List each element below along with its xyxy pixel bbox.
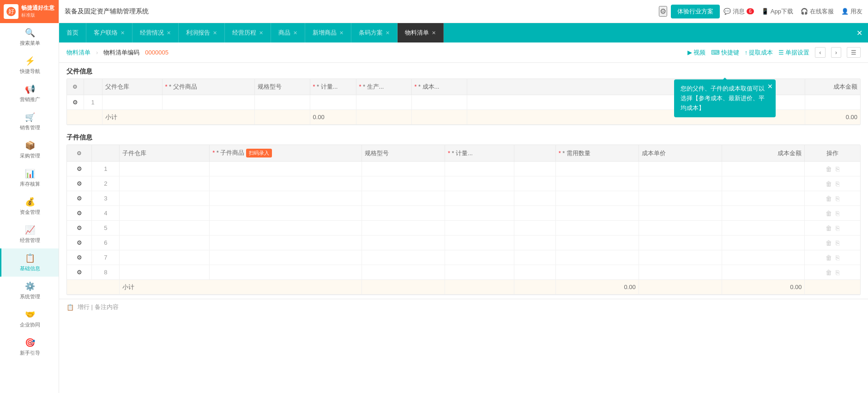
- delete-icon-6[interactable]: 🗑: [826, 239, 832, 247]
- tab-bom-close[interactable]: ✕: [432, 30, 436, 36]
- child-row-qty-4[interactable]: [555, 206, 639, 221]
- child-row-unit-5[interactable]: [445, 221, 514, 236]
- tab-bom[interactable]: 物料清单 ✕: [398, 23, 444, 42]
- tab-operations[interactable]: 经营情况 ✕: [133, 23, 179, 42]
- copy-icon-7[interactable]: ⎘: [836, 254, 839, 261]
- sidebar-item-purchase[interactable]: 📦 采购管理: [0, 136, 59, 164]
- copy-icon-5[interactable]: ⎘: [836, 224, 839, 232]
- child-row-unitcost-4[interactable]: [639, 206, 722, 221]
- child-row-warehouse-3[interactable]: [120, 191, 210, 206]
- sidebar-item-guide[interactable]: 🎯 新手引导: [0, 333, 59, 361]
- child-row-unit-7[interactable]: [445, 250, 514, 265]
- sidebar-item-sales[interactable]: 🛒 销售管理: [0, 108, 59, 136]
- experience-plan-button[interactable]: 体验行业方案: [671, 5, 720, 18]
- page-next-button[interactable]: ›: [831, 47, 841, 58]
- single-settings-button[interactable]: ☰ 单据设置: [778, 48, 809, 57]
- tab-goods[interactable]: 商品 ✕: [271, 23, 305, 42]
- parent-row-spec[interactable]: [254, 95, 310, 110]
- settings-gear-button[interactable]: ⚙: [659, 6, 667, 17]
- parent-row-unit[interactable]: [310, 95, 356, 110]
- child-row-settings-1[interactable]: ⚙: [67, 162, 92, 176]
- child-row-qty-5[interactable]: [555, 221, 639, 236]
- child-row-unitcost-5[interactable]: [639, 221, 722, 236]
- child-row-spec-8[interactable]: [362, 265, 445, 280]
- copy-icon-6[interactable]: ⎘: [836, 239, 839, 247]
- child-row-unitcost-3[interactable]: [639, 191, 722, 206]
- child-row-qty-7[interactable]: [555, 250, 639, 265]
- child-row-product-1[interactable]: [210, 162, 362, 176]
- child-row-qty-6[interactable]: [555, 236, 639, 250]
- tab-operations-close[interactable]: ✕: [167, 30, 171, 36]
- child-row-qty-2[interactable]: [555, 176, 639, 191]
- tooltip-close-button[interactable]: ✕: [767, 81, 773, 91]
- child-row-warehouse-1[interactable]: [120, 162, 210, 176]
- sidebar-item-search[interactable]: 🔍 搜索菜单: [0, 23, 59, 51]
- online-service-button[interactable]: 🎧 在线客服: [801, 7, 834, 16]
- child-row-product-8[interactable]: [210, 265, 362, 280]
- parent-row-produce[interactable]: [356, 95, 411, 110]
- child-row-product-6[interactable]: [210, 236, 362, 250]
- child-row-settings-8[interactable]: ⚙: [67, 265, 92, 280]
- view-video-button[interactable]: ▶ 视频: [687, 48, 705, 57]
- sidebar-item-system[interactable]: ⚙️ 系统管理: [0, 277, 59, 305]
- tab-history[interactable]: 经营历程 ✕: [225, 23, 271, 42]
- parent-row-cost[interactable]: [411, 95, 467, 110]
- extract-cost-button[interactable]: ↑ 提取成本: [745, 48, 773, 57]
- child-row-qty-8[interactable]: [555, 265, 639, 280]
- child-row-qty-3[interactable]: [555, 191, 639, 206]
- child-row-spec-1[interactable]: [362, 162, 445, 176]
- child-row-unitcost-1[interactable]: [639, 162, 722, 176]
- sidebar-item-operations[interactable]: 📈 经营管理: [0, 220, 59, 248]
- child-row-spec-3[interactable]: [362, 191, 445, 206]
- child-row-settings-2[interactable]: ⚙: [67, 176, 92, 191]
- sidebar-item-basic-info[interactable]: 📋 基础信息: [0, 248, 59, 277]
- delete-icon-1[interactable]: 🗑: [826, 165, 832, 173]
- copy-icon-2[interactable]: ⎘: [836, 180, 839, 187]
- child-row-unit-2[interactable]: [445, 176, 514, 191]
- nav-close-all-button[interactable]: ✕: [851, 29, 868, 37]
- tab-customer[interactable]: 客户联络 ✕: [86, 23, 133, 42]
- user-menu[interactable]: 👤 用友: [841, 7, 862, 16]
- copy-icon-4[interactable]: ⎘: [836, 210, 839, 217]
- delete-icon-4[interactable]: 🗑: [826, 210, 832, 217]
- child-row-warehouse-7[interactable]: [120, 250, 210, 265]
- child-row-settings-5[interactable]: ⚙: [67, 221, 92, 236]
- message-button[interactable]: 💬 消息 6: [723, 7, 754, 16]
- child-row-warehouse-2[interactable]: [120, 176, 210, 191]
- child-row-settings-3[interactable]: ⚙: [67, 191, 92, 206]
- tab-new-goods-close[interactable]: ✕: [339, 30, 344, 36]
- child-row-warehouse-4[interactable]: [120, 206, 210, 221]
- child-row-warehouse-6[interactable]: [120, 236, 210, 250]
- tab-profit-close[interactable]: ✕: [213, 30, 217, 36]
- child-row-spec-7[interactable]: [362, 250, 445, 265]
- child-row-product-3[interactable]: [210, 191, 362, 206]
- child-row-spec-6[interactable]: [362, 236, 445, 250]
- child-row-spec-2[interactable]: [362, 176, 445, 191]
- child-row-unit-3[interactable]: [445, 191, 514, 206]
- child-row-unitcost-8[interactable]: [639, 265, 722, 280]
- sidebar-item-enterprise[interactable]: 🤝 企业协同: [0, 305, 59, 333]
- tab-barcode[interactable]: 条码方案 ✕: [351, 23, 398, 42]
- delete-icon-8[interactable]: 🗑: [826, 269, 832, 276]
- page-prev-button[interactable]: ‹: [815, 47, 825, 58]
- scan-button[interactable]: 扫码录入: [246, 149, 272, 157]
- child-row-product-7[interactable]: [210, 250, 362, 265]
- child-row-product-2[interactable]: [210, 176, 362, 191]
- parent-row-settings[interactable]: ⚙: [67, 95, 84, 110]
- delete-icon-7[interactable]: 🗑: [826, 254, 832, 261]
- tab-profit[interactable]: 利润报告 ✕: [179, 23, 225, 42]
- copy-icon-1[interactable]: ⎘: [836, 165, 839, 173]
- delete-icon-3[interactable]: 🗑: [826, 195, 832, 202]
- tab-new-goods[interactable]: 新增商品 ✕: [305, 23, 351, 42]
- parent-row-warehouse[interactable]: [102, 95, 162, 110]
- view-toggle-button[interactable]: ☰: [847, 47, 861, 58]
- child-row-unitcost-6[interactable]: [639, 236, 722, 250]
- parent-row-product[interactable]: [162, 95, 254, 110]
- sidebar-item-inventory[interactable]: 📊 库存核算: [0, 164, 59, 192]
- shortcut-button[interactable]: ⌨ 快捷键: [711, 48, 739, 57]
- child-row-product-5[interactable]: [210, 221, 362, 236]
- child-row-unitcost-7[interactable]: [639, 250, 722, 265]
- child-row-settings-4[interactable]: ⚙: [67, 206, 92, 221]
- child-row-unit-8[interactable]: [445, 265, 514, 280]
- sidebar-item-quicknav[interactable]: ⚡ 快捷导航: [0, 51, 59, 79]
